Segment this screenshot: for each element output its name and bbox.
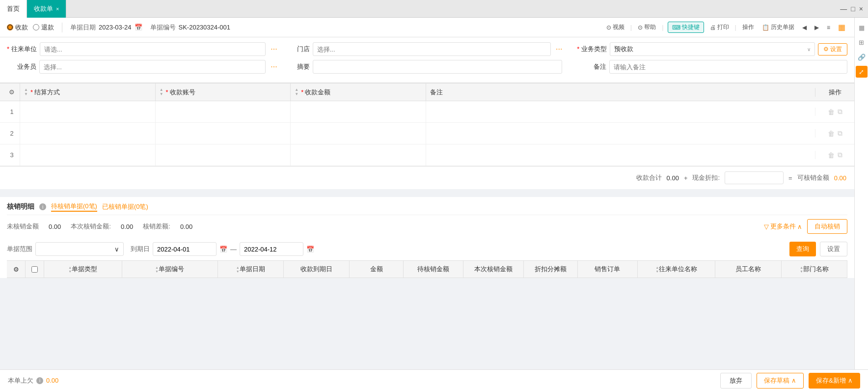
- detail-setting-btn[interactable]: 设置: [820, 242, 847, 256]
- remark-input-3[interactable]: [430, 148, 811, 162]
- td-remark-1[interactable]: [426, 101, 815, 122]
- order-label: 本单上欠: [8, 376, 33, 385]
- radio-receive[interactable]: 收款: [7, 23, 28, 32]
- account-input-3[interactable]: [160, 148, 287, 162]
- td-account-2[interactable]: [155, 123, 291, 144]
- discount-input[interactable]: [725, 171, 784, 184]
- calendar-icon[interactable]: 📅: [135, 24, 142, 31]
- sidebar-grid-icon[interactable]: ⊞: [856, 36, 868, 48]
- remark-input[interactable]: [609, 60, 847, 74]
- td-remark-3[interactable]: [426, 144, 815, 166]
- window-min-icon[interactable]: —: [840, 5, 847, 13]
- verify-filter: 单据范围 ∨ 到期日 📅 — 📅 查询 设置: [7, 238, 847, 260]
- tab-receipts[interactable]: 收款单 ×: [27, 0, 66, 18]
- partner-more-btn[interactable]: ···: [271, 45, 277, 54]
- amount-input-1[interactable]: [295, 105, 422, 119]
- date-separator: —: [230, 246, 237, 253]
- detail-th-gear[interactable]: ⚙: [7, 261, 26, 278]
- td-amount-3[interactable]: [290, 144, 426, 166]
- more-conditions-btn[interactable]: ▽ 更多条件 ∧: [764, 222, 802, 231]
- plus-label: +: [684, 174, 688, 182]
- amount-input-2[interactable]: [295, 127, 422, 140]
- print-btn[interactable]: 🖨 打印: [708, 22, 731, 32]
- detail-th-partner: ▲▼ 往来单位名称: [638, 261, 716, 278]
- ops-btn[interactable]: 操作: [740, 22, 756, 32]
- tab-pending[interactable]: 待核销单据(0笔): [51, 202, 97, 212]
- help-btn[interactable]: ⊙ 帮助: [636, 22, 658, 32]
- td-account-1[interactable]: [155, 101, 291, 122]
- store-input[interactable]: [313, 42, 551, 56]
- window-close-icon[interactable]: ×: [859, 5, 863, 13]
- sort-icon: ▲▼: [800, 266, 803, 273]
- history-btn[interactable]: 📋 历史单据: [760, 22, 796, 32]
- copy-icon-1[interactable]: ⧉: [838, 108, 842, 116]
- remark-input-2[interactable]: [430, 127, 811, 140]
- current-label: 本次核销金额:: [71, 222, 111, 231]
- select-all-checkbox[interactable]: [31, 266, 38, 273]
- copy-icon-3[interactable]: ⧉: [838, 151, 842, 159]
- account-input-2[interactable]: [160, 127, 287, 140]
- info-icon-bottom[interactable]: i: [36, 377, 43, 384]
- biz-type-select[interactable]: 预收款 ∨: [610, 42, 815, 56]
- store-more-btn[interactable]: ···: [556, 45, 562, 54]
- tab-done[interactable]: 已核销单据(0笔): [102, 202, 148, 211]
- menu-icon[interactable]: ≡: [825, 23, 832, 32]
- sidebar-expand-icon[interactable]: ⤢: [856, 66, 868, 78]
- delete-icon-2[interactable]: 🗑: [828, 130, 835, 138]
- td-amount-1[interactable]: [290, 101, 426, 122]
- delete-icon-3[interactable]: 🗑: [828, 151, 835, 159]
- settle-input-3[interactable]: [24, 148, 151, 162]
- form-area: * 往来单位 ··· 门店 ··· * 业务类型 预收款 ∨: [0, 37, 854, 83]
- auto-verify-btn[interactable]: 自动核销: [807, 219, 847, 234]
- prev-icon[interactable]: ◀: [800, 23, 809, 32]
- calendar-icon-end[interactable]: 📅: [306, 246, 314, 253]
- range-label: 单据范围: [7, 245, 32, 253]
- row-num-3: 3: [4, 151, 20, 159]
- copy-icon-2[interactable]: ⧉: [838, 129, 842, 138]
- td-remark-2[interactable]: [426, 123, 815, 144]
- td-settle-2[interactable]: [20, 123, 155, 144]
- due-date-end-input[interactable]: [240, 242, 303, 256]
- save-new-btn[interactable]: 保存&新增 ∧: [809, 373, 860, 389]
- sidebar-link-icon[interactable]: 🔗: [856, 51, 868, 63]
- bottom-spacer: [0, 278, 854, 307]
- total-val: 0.00: [667, 174, 679, 182]
- th-ops: 操作: [815, 88, 854, 97]
- chevron-up-icon: ∧: [848, 377, 853, 384]
- remark-input-1[interactable]: [430, 105, 811, 119]
- staff-more-btn[interactable]: ···: [271, 62, 277, 71]
- calendar-icon-start[interactable]: 📅: [219, 246, 227, 253]
- save-draft-btn[interactable]: 保存草稿 ∧: [757, 373, 804, 389]
- detail-th-check[interactable]: [26, 261, 44, 278]
- table-settings-icon[interactable]: ⚙: [4, 88, 20, 96]
- td-settle-1[interactable]: [20, 101, 155, 122]
- delete-icon-1[interactable]: 🗑: [828, 108, 835, 116]
- settle-input-1[interactable]: [24, 105, 151, 119]
- settle-input-2[interactable]: [24, 127, 151, 140]
- section-separator: [0, 189, 854, 193]
- sidebar-table-icon[interactable]: ▦: [856, 22, 868, 33]
- summary-input[interactable]: [313, 60, 563, 74]
- abandon-btn[interactable]: 放弃: [720, 373, 752, 389]
- biz-type-setting-btn[interactable]: ⚙ 设置: [818, 43, 847, 56]
- td-settle-3[interactable]: [20, 144, 155, 166]
- td-amount-2[interactable]: [290, 123, 426, 144]
- partner-input[interactable]: [40, 42, 266, 56]
- td-account-3[interactable]: [155, 144, 291, 166]
- next-icon[interactable]: ▶: [813, 23, 821, 32]
- summary-field: 摘要: [292, 60, 563, 74]
- shortcut-btn[interactable]: ⌨ 快捷键: [668, 22, 704, 33]
- grid-icon[interactable]: ▦: [836, 22, 847, 33]
- video-btn[interactable]: ⊙ 视频: [604, 22, 626, 32]
- tab-close-icon[interactable]: ×: [56, 6, 59, 12]
- info-icon[interactable]: i: [39, 203, 46, 210]
- radio-refund[interactable]: 退款: [33, 23, 54, 32]
- staff-input[interactable]: [39, 60, 266, 74]
- query-btn[interactable]: 查询: [789, 242, 816, 256]
- window-max-icon[interactable]: □: [851, 5, 855, 13]
- range-select[interactable]: ∨: [35, 242, 124, 256]
- due-date-start-input[interactable]: [153, 242, 217, 256]
- account-input-1[interactable]: [160, 105, 287, 119]
- amount-input-3[interactable]: [295, 148, 422, 162]
- tab-home[interactable]: 首页: [0, 0, 27, 18]
